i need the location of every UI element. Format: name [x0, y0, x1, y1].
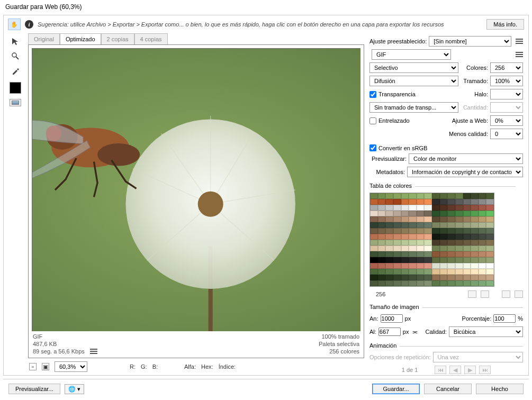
status-index: Índice:: [219, 363, 236, 370]
cancel-button[interactable]: Cancelar: [424, 384, 472, 394]
browser-menu-icon[interactable]: 🌐 ▾: [65, 384, 84, 394]
websnap-select[interactable]: 0%: [490, 115, 523, 126]
preview-label: Previsualizar:: [369, 156, 407, 162]
eyedropper-color-swatch[interactable]: [10, 82, 21, 94]
ct-new-icon[interactable]: [502, 290, 510, 298]
optimize-menu-icon[interactable]: [516, 52, 523, 57]
window-title: Guardar para Web (60,3%): [0, 0, 532, 14]
amount-select: [490, 102, 523, 113]
imagesize-heading: Tamaño de imagen: [369, 304, 422, 310]
format-select[interactable]: GIF: [372, 49, 451, 60]
tab-4up[interactable]: 4 copias: [134, 33, 168, 44]
zoom-out-icon[interactable]: ▫: [29, 363, 37, 370]
status-b: B:: [152, 363, 158, 370]
ct-snap-icon[interactable]: [468, 290, 476, 298]
pager-last-icon: ⏭: [479, 366, 491, 374]
dither-method-select[interactable]: Difusión: [369, 76, 458, 86]
matte-select[interactable]: [490, 89, 523, 99]
animation-heading: Animación: [369, 342, 400, 349]
color-table[interactable]: [369, 193, 494, 287]
preview-button[interactable]: Previsualizar...: [8, 384, 60, 394]
info-palette: Paleta selectiva: [319, 341, 359, 347]
hint-text: Sugerencia: utilice Archivo > Exportar >…: [38, 21, 482, 28]
lossy-label: Menos calidad:: [449, 131, 488, 137]
status-hex: Hex:: [201, 363, 213, 370]
svg-line-1: [16, 57, 19, 59]
pager-first-icon: ⏮: [435, 366, 446, 374]
ct-lock-icon[interactable]: [481, 290, 489, 298]
zoom-select[interactable]: 60,3%: [55, 361, 87, 372]
pager-next-icon: ▶: [464, 366, 476, 374]
image-preview[interactable]: [32, 48, 360, 331]
percent-unit: %: [518, 315, 523, 322]
eyedropper-tool[interactable]: [8, 65, 22, 77]
trans-dither-select[interactable]: Sin tramado de transp...: [369, 102, 458, 113]
info-color-count: 256 colores: [329, 348, 359, 354]
reduction-select[interactable]: Selectivo: [369, 62, 458, 73]
status-g: G:: [141, 363, 147, 370]
preset-menu-icon[interactable]: [516, 39, 523, 44]
width-label: An:: [369, 315, 378, 322]
percent-label: Porcentaje:: [462, 315, 492, 322]
quality-select[interactable]: Bicúbica: [449, 326, 523, 337]
colors-label: Colores:: [466, 65, 488, 71]
zoom-in-icon[interactable]: ▣: [42, 363, 49, 370]
transparency-checkbox[interactable]: Transparencia: [369, 91, 416, 98]
tab-optimized[interactable]: Optimizado: [60, 33, 101, 44]
quality-label: Calidad:: [425, 329, 446, 335]
preview-select[interactable]: Color de monitor: [409, 153, 523, 164]
preset-select[interactable]: [Sin nombre]: [429, 36, 511, 47]
percent-input[interactable]: [493, 314, 516, 323]
link-icon[interactable]: ⫘: [412, 329, 418, 335]
svg-point-12: [198, 192, 223, 217]
info-dither: 100% tramado: [321, 333, 359, 340]
dither-select[interactable]: 100%: [490, 76, 523, 86]
zoom-tool[interactable]: [8, 50, 22, 62]
ct-delete-icon[interactable]: [515, 290, 523, 298]
colortable-heading: Tabla de colores: [369, 183, 415, 189]
loop-select: Una vez: [433, 352, 523, 362]
px-label1: px: [405, 315, 411, 322]
tab-original[interactable]: Original: [28, 33, 60, 44]
dither-label: Tramado:: [463, 78, 488, 84]
metadata-select[interactable]: Información de copyright y de contacto: [407, 167, 523, 177]
metadata-label: Metadatos:: [369, 169, 405, 175]
status-r: R:: [130, 363, 136, 370]
info-download-time: 89 seg. a 56,6 Kbps: [33, 348, 85, 354]
colors-select[interactable]: 256: [490, 62, 523, 73]
info-format: GIF: [33, 333, 97, 340]
svg-point-16: [97, 143, 140, 166]
matte-label: Halo:: [474, 91, 488, 97]
pager-prev-icon: ◀: [449, 366, 461, 374]
more-info-button[interactable]: Más info.: [486, 19, 524, 30]
interlaced-checkbox[interactable]: Entrelazado: [369, 117, 410, 124]
px-label2: px: [403, 329, 409, 335]
tab-2up[interactable]: 2 copias: [101, 33, 134, 44]
colortable-count: 256: [376, 291, 385, 297]
hand-tool[interactable]: ✋: [8, 19, 21, 30]
lossy-select[interactable]: 0: [490, 129, 523, 139]
status-alpha: Alfa:: [184, 363, 196, 370]
websnap-label: Ajuste a Web:: [452, 117, 488, 124]
colortable-menu-icon[interactable]: [516, 183, 523, 188]
toggle-slices-button[interactable]: [10, 99, 21, 106]
info-filesize: 487,6 KB: [33, 341, 97, 347]
svg-point-0: [12, 53, 16, 57]
info-icon: i: [25, 20, 33, 29]
width-input[interactable]: [381, 314, 403, 323]
download-menu-icon[interactable]: [90, 349, 97, 354]
done-button[interactable]: Hecho: [476, 384, 524, 394]
height-input[interactable]: [378, 328, 401, 336]
loop-label: Opciones de repetición:: [369, 354, 431, 360]
srgb-checkbox[interactable]: Convertir en sRGB: [369, 144, 523, 151]
save-button[interactable]: Guardar...: [372, 384, 420, 394]
amount-label: Cantidad:: [463, 104, 488, 111]
pager-text: 1 de 1: [402, 367, 418, 373]
height-label: Al:: [369, 329, 376, 335]
preset-label: Ajuste preestablecido:: [369, 38, 427, 44]
slice-select-tool[interactable]: [8, 35, 22, 47]
